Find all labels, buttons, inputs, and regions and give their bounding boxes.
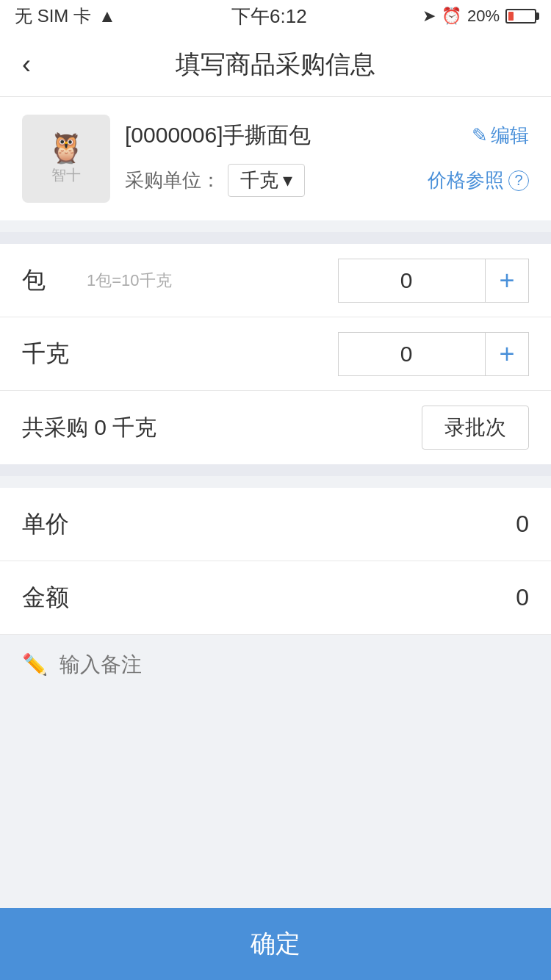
amount-value: 0: [516, 584, 529, 611]
product-section: 🦉 智十 [0000006]手撕面包 ✎ 编辑 采购单位： 千克 ▾ 价格参照 …: [0, 97, 551, 220]
product-name-row: [0000006]手撕面包 ✎ 编辑: [125, 120, 529, 151]
kg-plus-button[interactable]: +: [485, 332, 529, 376]
bag-label: 包: [22, 264, 81, 297]
total-row: 共采购 0 千克 录批次: [0, 391, 551, 464]
kg-input-row: 千克 +: [0, 317, 551, 391]
amount-row: 金额 0: [0, 561, 551, 635]
edit-label: 编辑: [491, 123, 529, 148]
batch-button[interactable]: 录批次: [422, 406, 529, 450]
kg-input[interactable]: [338, 332, 485, 376]
unit-price-row: 单价 0: [0, 488, 551, 561]
battery-text: 20%: [467, 7, 500, 26]
bag-input-wrap: +: [338, 259, 529, 303]
price-ref-icon: ?: [508, 170, 529, 191]
price-section: 单价 0 金额 0: [0, 488, 551, 635]
unit-row: 采购单位： 千克 ▾ 价格参照 ?: [125, 164, 529, 197]
unit-price-value: 0: [516, 511, 529, 538]
price-ref-label: 价格参照: [428, 167, 504, 193]
status-bar: 无 SIM 卡 ▲ 下午6:12 ➤ ⏰ 20%: [0, 0, 551, 32]
kg-label: 千克: [22, 338, 81, 370]
amount-label: 金额: [22, 582, 69, 614]
unit-label: 采购单位：: [125, 167, 220, 193]
product-info: [0000006]手撕面包 ✎ 编辑 采购单位： 千克 ▾ 价格参照 ?: [125, 120, 529, 197]
page-title: 填写商品采购信息: [176, 48, 375, 82]
quantity-section: 包 1包=10千克 + 千克 +: [0, 244, 551, 391]
remark-input[interactable]: [60, 653, 529, 677]
unit-value: 千克: [240, 167, 278, 193]
edit-button[interactable]: ✎ 编辑: [472, 123, 529, 148]
unit-selector-wrap: 采购单位： 千克 ▾: [125, 164, 305, 197]
wifi-icon: ▲: [98, 6, 116, 26]
status-right: ➤ ⏰ 20%: [422, 7, 536, 26]
status-left: 无 SIM 卡 ▲: [15, 4, 116, 28]
confirm-button[interactable]: 确定: [0, 908, 551, 980]
status-time: 下午6:12: [231, 4, 307, 29]
product-logo-text: 智十: [51, 165, 81, 185]
chevron-down-icon: ▾: [283, 169, 292, 192]
total-text: 共采购 0 千克: [22, 413, 156, 443]
edit-icon: ✎: [472, 124, 488, 147]
location-icon: ➤: [422, 7, 436, 26]
alarm-icon: ⏰: [442, 7, 461, 26]
price-ref-button[interactable]: 价格参照 ?: [428, 167, 529, 193]
bottom-spacer: [0, 694, 551, 841]
bag-input-row: 包 1包=10千克 +: [0, 244, 551, 317]
product-logo-icon: 🦉: [48, 133, 84, 162]
divider-1: [0, 232, 551, 244]
product-image: 🦉 智十: [22, 115, 110, 203]
bag-input[interactable]: [338, 259, 485, 303]
bag-plus-button[interactable]: +: [485, 259, 529, 303]
remark-icon: ✏️: [22, 652, 48, 677]
product-name: [0000006]手撕面包: [125, 120, 311, 151]
kg-input-wrap: +: [338, 332, 529, 376]
nav-bar: ‹ 填写商品采购信息: [0, 32, 551, 97]
remark-section: ✏️: [0, 635, 551, 694]
unit-select[interactable]: 千克 ▾: [228, 164, 305, 197]
battery-icon: [505, 9, 536, 24]
divider-2: [0, 464, 551, 476]
back-button[interactable]: ‹: [22, 49, 31, 80]
unit-price-label: 单价: [22, 508, 69, 541]
bag-sub-label: 1包=10千克: [87, 270, 338, 292]
sim-text: 无 SIM 卡: [15, 4, 91, 28]
